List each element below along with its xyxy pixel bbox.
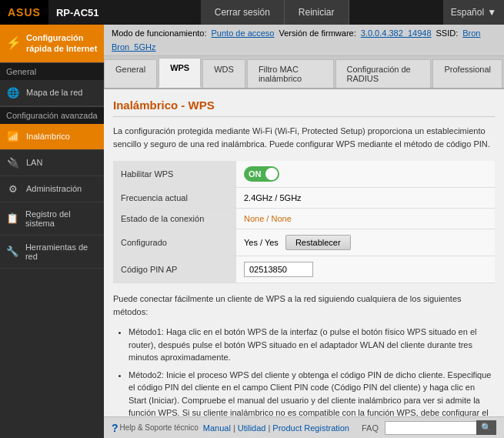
help-links: Manual | Utilidad | Product Registration	[203, 423, 349, 433]
sidebar: ⚡ Configuración rápida de Internet Gener…	[0, 25, 104, 438]
faq-label: FAQ	[362, 423, 379, 433]
configured-value: Yes / Yes	[244, 238, 279, 247]
page-title: Inalámbrico - WPS	[113, 99, 495, 117]
registro-icon: 📋	[6, 212, 19, 224]
methods-header: Puede conectar fácilmente un cliente de …	[113, 293, 495, 318]
network-map-icon: 🌐	[6, 87, 20, 99]
sep2: |	[265, 423, 272, 433]
field-value: None / None	[236, 209, 495, 229]
sidebar-item-admin[interactable]: ⚙ Administración	[0, 176, 104, 202]
table-row: Frecuencia actual 2.4GHz / 5GHz	[113, 188, 495, 209]
ssid1-value[interactable]: Bron	[462, 28, 480, 38]
sidebar-item-lan[interactable]: 🔌 LAN	[0, 150, 104, 176]
sidebar-section-general: General	[0, 62, 104, 80]
quick-setup-label: Configuración rápida de Internet	[26, 32, 98, 55]
help-label: Help & Soporte técnico	[120, 423, 199, 432]
field-label: Habilitar WPS	[113, 161, 236, 188]
sep1: |	[231, 423, 238, 433]
toggle-thumb	[265, 168, 278, 180]
tab-radius[interactable]: Configuración de RADIUS	[335, 59, 432, 88]
ssid-label: SSID:	[436, 28, 459, 38]
field-value	[236, 256, 495, 283]
sidebar-item-inalambrico[interactable]: 📶 Inalámbrico	[0, 124, 104, 150]
content-description: La configuración protegida mediante Wi-F…	[113, 125, 495, 150]
sidebar-item-label: Registro del sistema	[25, 209, 98, 228]
tab-wds[interactable]: WDS	[202, 59, 245, 88]
utility-link[interactable]: Utilidad	[238, 423, 266, 433]
settings-table: Habilitar WPS ON Frecuencia actual 2.4GH…	[113, 161, 495, 283]
quick-setup-icon: ⚡	[6, 35, 22, 52]
table-row: Habilitar WPS ON	[113, 161, 495, 188]
search-input[interactable]	[385, 421, 477, 435]
tab-wps[interactable]: WPS	[159, 58, 201, 88]
footer: ? Help & Soporte técnico Manual | Utilid…	[104, 416, 504, 438]
field-label: Estado de la conexión	[113, 209, 236, 229]
sidebar-item-registro[interactable]: 📋 Registro del sistema	[0, 202, 104, 236]
toggle-label: ON	[244, 169, 262, 179]
field-label: Configurado	[113, 229, 236, 256]
toggle-track[interactable]: ON	[244, 166, 279, 182]
table-row: Estado de la conexión None / None	[113, 209, 495, 229]
ssid2-value[interactable]: Bron_5GHz	[112, 42, 155, 52]
tab-professional[interactable]: Professional	[432, 59, 502, 88]
mode-label: Modo de funcionamiento:	[112, 28, 207, 38]
sidebar-item-label: Inalámbrico	[26, 132, 70, 141]
list-item: Método2: Inicie el proceso WPS del clien…	[129, 369, 495, 417]
reset-button[interactable]: Restablecer	[285, 235, 351, 250]
wps-toggle[interactable]: ON	[244, 166, 279, 182]
help-icon: ?	[112, 422, 118, 434]
tab-mac-filter[interactable]: Filtro MAC inalámbrico	[247, 59, 334, 88]
content-area: Inalámbrico - WPS La configuración prote…	[104, 89, 504, 416]
tab-general[interactable]: General	[104, 59, 157, 88]
logout-button[interactable]: Cerrar sesión	[201, 0, 285, 25]
fw-value[interactable]: 3.0.0.4.382_14948	[361, 28, 432, 38]
asus-logo: ASUS	[0, 0, 48, 25]
list-item: Método1: Haga clic en el botón WPS de la…	[129, 326, 495, 364]
inalambrico-icon: 📶	[6, 131, 20, 142]
table-row: Configurado Yes / Yes Restablecer	[113, 229, 495, 256]
herramientas-icon: 🔧	[6, 246, 19, 257]
logo-text: ASUS	[8, 6, 41, 18]
status-bar: Modo de funcionamiento: Punto de acceso …	[104, 25, 504, 56]
help-section: Help & Soporte técnico	[120, 423, 199, 432]
product-reg-link[interactable]: Product Registration	[272, 423, 349, 433]
main-content: Modo de funcionamiento: Punto de acceso …	[104, 25, 504, 438]
field-value: Yes / Yes Restablecer	[236, 229, 495, 256]
table-row: Código PIN AP	[113, 256, 495, 283]
language-selector[interactable]: Español ▼	[443, 0, 504, 25]
quick-setup-button[interactable]: ⚡ Configuración rápida de Internet	[0, 25, 104, 62]
sidebar-item-label: Herramientas de red	[25, 242, 98, 261]
admin-icon: ⚙	[6, 183, 20, 195]
pin-input[interactable]	[244, 262, 313, 277]
sidebar-item-label: LAN	[26, 158, 42, 167]
sidebar-item-network-map[interactable]: 🌐 Mapa de la red	[0, 80, 104, 106]
tab-bar: General WPS WDS Filtro MAC inalámbrico C…	[104, 56, 504, 89]
sidebar-item-label: Mapa de la red	[26, 88, 82, 97]
lan-icon: 🔌	[6, 157, 20, 169]
methods-list: Método1: Haga clic en el botón WPS de la…	[113, 326, 495, 416]
model-name: RP-AC51	[48, 0, 107, 25]
field-label: Código PIN AP	[113, 256, 236, 283]
sidebar-item-herramientas[interactable]: 🔧 Herramientas de red	[0, 236, 104, 269]
mode-value[interactable]: Punto de acceso	[212, 28, 275, 38]
connection-status: None / None	[244, 214, 292, 223]
restart-button[interactable]: Reiniciar	[285, 0, 349, 25]
sidebar-section-avanzada: Configuración avanzada	[0, 106, 104, 124]
manual-link[interactable]: Manual	[203, 423, 231, 433]
field-value: 2.4GHz / 5GHz	[236, 188, 495, 209]
fw-label: Versión de firmware:	[279, 28, 355, 38]
field-value: ON	[236, 161, 495, 188]
field-label: Frecuencia actual	[113, 188, 236, 209]
sidebar-item-label: Administración	[26, 184, 82, 193]
search-button[interactable]: 🔍	[476, 420, 496, 435]
